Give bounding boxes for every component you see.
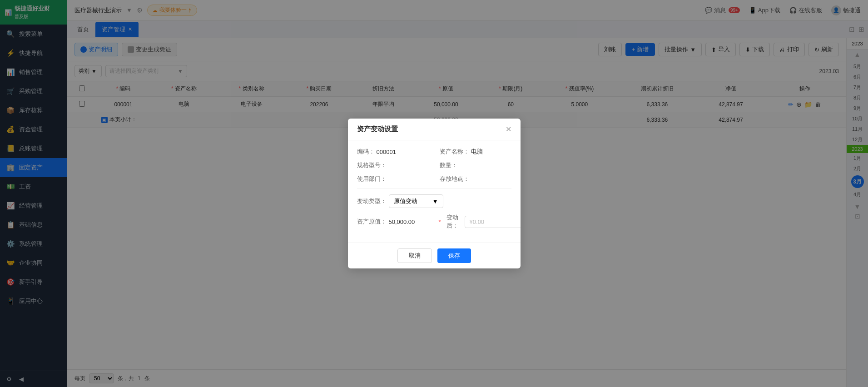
dialog-change-type-value: 原值变动 [394, 197, 417, 205]
dialog-change-type-dropdown-icon: ▼ [432, 198, 438, 205]
save-button[interactable]: 保存 [437, 248, 471, 263]
cancel-button[interactable]: 取消 [397, 248, 432, 263]
dialog-asset-value-label: 资产原值： [357, 218, 384, 226]
after-change-label: 变动后： [446, 213, 458, 230]
dialog-close-icon[interactable]: ✕ [506, 126, 511, 133]
dialog-info-row-3: 使用部门： 存放地点： [357, 175, 511, 183]
dialog-code-value: 000001 [377, 149, 396, 155]
dialog-change-type-label: 变动类型： [357, 197, 384, 205]
dialog-asset-value-display: 50,000.00 [389, 218, 434, 225]
dialog-quantity-field: 数量： [440, 161, 511, 169]
dialog-overlay: 资产变动设置 ✕ 编码： 000001 资产名称： 电脑 规格型号： [0, 0, 868, 387]
dialog-title: 资产变动设置 [357, 125, 398, 134]
dialog-location-label: 存放地点： [440, 175, 469, 183]
dialog-asset-name-label: 资产名称： [440, 148, 469, 156]
dialog-asset-name-field: 资产名称： 电脑 [440, 148, 511, 156]
dialog-footer: 取消 保存 [348, 243, 521, 268]
dialog-info-row-2: 规格型号： 数量： [357, 161, 511, 169]
dialog-code-label: 编码： [357, 148, 375, 156]
dialog-divider [357, 189, 511, 189]
dialog-asset-value-row: 资产原值： 50,000.00 * 变动后： [357, 213, 511, 230]
dialog-info-row-1: 编码： 000001 资产名称： 电脑 [357, 148, 511, 156]
dialog-location-field: 存放地点： [440, 175, 511, 183]
dialog-dept-field: 使用部门： [357, 175, 429, 183]
required-star: * [439, 218, 441, 225]
after-change-input[interactable] [465, 216, 521, 228]
dialog-spec-field: 规格型号： [357, 161, 429, 169]
dialog-asset-name-value: 电脑 [471, 148, 483, 156]
asset-change-dialog: 资产变动设置 ✕ 编码： 000001 资产名称： 电脑 规格型号： [348, 119, 521, 268]
dialog-code-field: 编码： 000001 [357, 148, 429, 156]
dialog-body: 编码： 000001 资产名称： 电脑 规格型号： 数量： [348, 140, 521, 243]
dialog-header: 资产变动设置 ✕ [348, 119, 521, 140]
dialog-quantity-label: 数量： [440, 161, 457, 169]
dialog-dept-label: 使用部门： [357, 175, 387, 183]
dialog-change-type-select[interactable]: 原值变动 ▼ [389, 194, 443, 208]
dialog-spec-label: 规格型号： [357, 161, 387, 169]
dialog-change-type-row: 变动类型： 原值变动 ▼ [357, 194, 511, 208]
